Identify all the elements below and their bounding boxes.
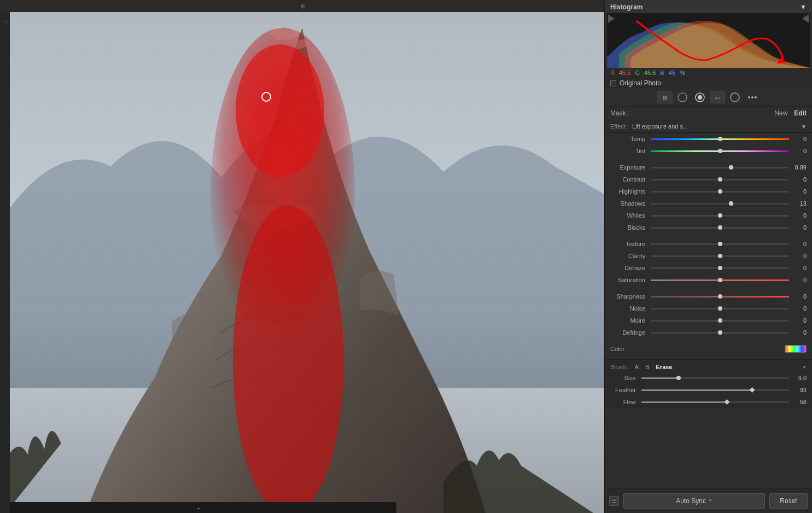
brush-feather-track[interactable] bbox=[641, 389, 789, 391]
b-number: 45 bbox=[669, 69, 675, 76]
tool-rect-btn[interactable]: ▭ bbox=[710, 91, 725, 103]
tool-grid-btn[interactable]: ⊞ bbox=[657, 91, 673, 103]
brush-mode-b-btn[interactable]: B bbox=[644, 364, 650, 370]
highlights-thumb[interactable] bbox=[718, 189, 722, 194]
tool-circle-dot-btn[interactable] bbox=[692, 91, 708, 103]
svg-point-10 bbox=[751, 96, 753, 98]
brush-size-fill bbox=[641, 377, 679, 379]
brush-feather-label: Feather bbox=[610, 387, 640, 393]
mask-row: Mask : New Edit bbox=[605, 107, 812, 120]
brush-size-thumb[interactable] bbox=[676, 376, 681, 380]
top-bar: ⊞ bbox=[0, 0, 604, 12]
percent-sign: % bbox=[680, 69, 685, 76]
tool-circle-empty-btn[interactable] bbox=[675, 91, 690, 103]
brush-mode-a-btn[interactable]: A bbox=[634, 364, 640, 370]
clip-left-indicator[interactable] bbox=[608, 14, 615, 23]
brush-flow-track[interactable] bbox=[641, 401, 789, 403]
effect-label: Effect : bbox=[610, 123, 629, 130]
bottom-bar: ☰ Auto Sync ▼ Reset bbox=[605, 488, 812, 513]
original-photo-checkbox[interactable] bbox=[610, 80, 616, 86]
brush-label: Brush : bbox=[610, 364, 629, 370]
exposure-label: Exposure bbox=[610, 164, 650, 171]
contrast-value: 0 bbox=[790, 176, 807, 183]
texture-label: Texture bbox=[610, 241, 650, 247]
saturation-slider-row: Saturation 0 bbox=[605, 274, 812, 286]
auto-sync-button[interactable]: Auto Sync ▼ bbox=[623, 493, 765, 509]
clarity-track[interactable] bbox=[651, 255, 789, 257]
sharpness-slider-row: Sharpness 0 bbox=[605, 290, 812, 302]
brush-size-track[interactable] bbox=[641, 377, 789, 379]
cursor-circle bbox=[261, 92, 271, 102]
brush-flow-row: Flow 58 bbox=[605, 396, 812, 408]
temp-label: Temp bbox=[610, 136, 650, 142]
exposure-slider-row: Exposure 0.89 bbox=[605, 161, 812, 173]
brush-size-row: Size 9.0 bbox=[605, 372, 812, 384]
highlights-slider-row: Highlights 0 bbox=[605, 185, 812, 197]
exposure-thumb[interactable] bbox=[729, 165, 733, 170]
saturation-track[interactable] bbox=[651, 279, 789, 281]
histogram-chevron[interactable]: ▼ bbox=[800, 3, 807, 11]
noise-thumb[interactable] bbox=[718, 306, 722, 311]
original-photo-row: Original Photo bbox=[605, 78, 812, 89]
exposure-track[interactable] bbox=[651, 167, 789, 168]
tool-icons-row: ⊞ ▭ bbox=[605, 89, 812, 107]
defringe-thumb[interactable] bbox=[718, 330, 722, 335]
shadows-track[interactable] bbox=[651, 203, 789, 205]
whites-track[interactable] bbox=[651, 215, 789, 217]
dehaze-track[interactable] bbox=[651, 267, 789, 269]
b-value: B bbox=[660, 69, 664, 76]
sharpness-track[interactable] bbox=[651, 296, 789, 298]
tool-dots-btn[interactable] bbox=[745, 91, 760, 103]
temp-track[interactable] bbox=[651, 138, 789, 140]
tool-circle-stroke-btn[interactable] bbox=[727, 91, 743, 103]
saturation-thumb[interactable] bbox=[718, 278, 722, 282]
defringe-track[interactable] bbox=[651, 332, 789, 334]
g-number: 45.6 bbox=[644, 69, 656, 76]
texture-slider-row: Texture 0 bbox=[605, 238, 812, 250]
noise-track[interactable] bbox=[651, 308, 789, 310]
effect-dropdown-btn[interactable]: ▼ bbox=[801, 124, 807, 130]
sharpness-thumb[interactable] bbox=[718, 294, 722, 299]
whites-slider-row: Whites 0 bbox=[605, 209, 812, 221]
sharpness-value: 0 bbox=[790, 293, 807, 300]
blacks-thumb[interactable] bbox=[718, 225, 722, 230]
noise-slider-row: Noise 0 bbox=[605, 302, 812, 314]
moire-label: Moiré bbox=[610, 317, 650, 324]
texture-track[interactable] bbox=[651, 243, 789, 245]
brush-mode-erase-btn[interactable]: Erase bbox=[655, 364, 674, 370]
tint-thumb[interactable] bbox=[718, 149, 722, 153]
shadows-value: 13 bbox=[790, 200, 807, 207]
moire-thumb[interactable] bbox=[718, 318, 722, 323]
moire-track[interactable] bbox=[651, 320, 789, 322]
module-icon[interactable]: ☰ bbox=[609, 496, 619, 506]
brush-feather-fill bbox=[641, 389, 752, 391]
highlights-value: 0 bbox=[790, 188, 807, 195]
contrast-thumb[interactable] bbox=[718, 177, 722, 182]
tint-track[interactable] bbox=[651, 150, 789, 152]
brush-feather-thumb[interactable] bbox=[750, 387, 755, 393]
contrast-track[interactable] bbox=[651, 179, 789, 180]
contrast-slider-row: Contrast 0 bbox=[605, 173, 812, 185]
texture-value: 0 bbox=[790, 241, 807, 247]
blacks-track[interactable] bbox=[651, 227, 789, 229]
brush-dropdown-icon[interactable]: ▼ bbox=[802, 365, 807, 370]
temp-thumb[interactable] bbox=[718, 137, 722, 141]
shadows-thumb[interactable] bbox=[729, 201, 733, 206]
auto-sync-label: Auto Sync bbox=[676, 497, 706, 505]
svg-point-11 bbox=[755, 96, 757, 98]
top-icon: ⊞ bbox=[298, 2, 307, 10]
reset-button[interactable]: Reset bbox=[769, 493, 808, 509]
texture-thumb[interactable] bbox=[718, 242, 722, 246]
shadows-slider-row: Shadows 13 bbox=[605, 197, 812, 209]
highlights-track[interactable] bbox=[651, 191, 789, 193]
dehaze-thumb[interactable] bbox=[718, 266, 722, 270]
whites-thumb[interactable] bbox=[718, 213, 722, 218]
effect-row: Effect : Lift exposure and s... ▼ bbox=[605, 120, 812, 133]
mask-new-btn[interactable]: New bbox=[774, 109, 787, 117]
mask-edit-btn[interactable]: Edit bbox=[794, 109, 807, 117]
brush-flow-thumb[interactable] bbox=[725, 399, 730, 405]
clip-right-indicator[interactable] bbox=[802, 14, 809, 23]
color-swatch[interactable] bbox=[785, 345, 807, 353]
reset-label: Reset bbox=[780, 497, 797, 505]
clarity-thumb[interactable] bbox=[718, 254, 722, 258]
